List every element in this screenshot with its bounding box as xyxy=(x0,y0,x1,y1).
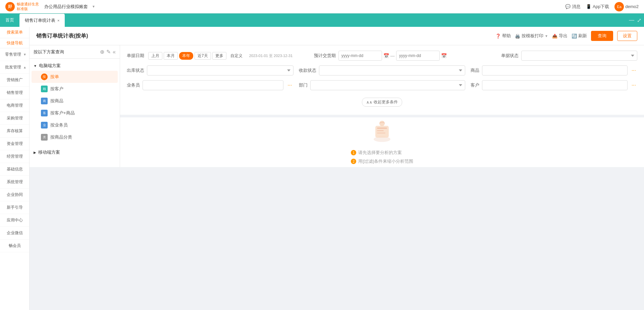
sidebar-quick-nav[interactable]: 快捷导航 xyxy=(0,38,29,48)
this-year-button[interactable]: 本年 xyxy=(179,52,193,60)
app-download-button[interactable]: 📱 App下载 xyxy=(586,4,609,10)
scheme-item-by-category[interactable]: 类 按商品分类 xyxy=(32,131,118,143)
tab-close-icon[interactable]: × xyxy=(57,18,59,22)
print-button[interactable]: 🖨️ 按模板打印 ▼ xyxy=(515,33,548,39)
sidebar-item-inventory[interactable]: 库存核算 xyxy=(0,125,29,138)
filter-item-customer: 客户 ··· xyxy=(471,80,637,90)
custom-date-button[interactable]: 自定义 xyxy=(228,52,245,59)
empty-illustration xyxy=(369,117,395,144)
sidebar-item-sales[interactable]: 销售管理 xyxy=(0,87,29,99)
scheme-group-mobile-title[interactable]: ▶ 移动端方案 xyxy=(30,147,120,157)
customer-label: 客户 xyxy=(471,82,479,88)
sidebar-item-operations[interactable]: 经营管理 xyxy=(0,150,29,163)
calendar-start-icon[interactable]: 📅 xyxy=(383,53,389,58)
app-title-dropdown-icon[interactable]: ▼ xyxy=(92,5,95,8)
department-select[interactable] xyxy=(310,80,466,90)
sidebar-item-system[interactable]: 系统管理 xyxy=(0,176,29,189)
sidebar-item-marketing[interactable]: 营销推广 xyxy=(0,74,29,87)
sidebar-item-vip[interactable]: 畅会员 xyxy=(0,240,29,252)
filter-item-expected-delivery: 预计交货期 📅 — 📅 xyxy=(314,51,496,61)
tab-sales-stat[interactable]: 销售订单统计表 × xyxy=(19,14,65,27)
empty-state: 1 请先选择要分析的方案 2 用[过滤]条件来缩小分析范围 xyxy=(120,117,644,167)
export-button[interactable]: 📤 导出 xyxy=(552,33,568,39)
query-button[interactable]: 查询 xyxy=(591,31,613,41)
help-icon: ❓ xyxy=(495,34,501,39)
sidebar-item-ecommerce[interactable]: 电商管理 xyxy=(0,99,29,112)
doc-status-label: 单据状态 xyxy=(501,53,519,59)
right-content: 单据日期 上月 本月 本年 近7天 更多 自定义 2023-01-01 至 20… xyxy=(120,45,644,167)
tab-bar: 首页 销售订单统计表 × — ⤢ xyxy=(0,13,644,27)
ship-status-select[interactable] xyxy=(147,65,293,75)
tip-num-1: 1 xyxy=(351,150,356,155)
tab-maximize-button[interactable]: ⤢ xyxy=(637,17,641,23)
department-label: 部门 xyxy=(299,82,308,88)
customer-more-icon[interactable]: ··· xyxy=(630,82,637,88)
help-button[interactable]: ❓ 帮助 xyxy=(495,33,511,39)
sidebar-item-enterprise[interactable]: 企业协同 xyxy=(0,189,29,201)
expected-delivery-end[interactable] xyxy=(396,51,440,61)
logo-area: 好 畅捷通好生意 标准版 xyxy=(5,2,39,11)
add-scheme-icon[interactable]: ⊕ xyxy=(100,49,104,55)
salesperson-input[interactable] xyxy=(143,80,283,90)
refresh-icon: 🔄 xyxy=(572,34,577,39)
filter-row-people: 业务员 ··· 部门 客户 · xyxy=(127,80,637,90)
salesperson-label: 业务员 xyxy=(127,82,140,88)
goods-more-icon[interactable]: ··· xyxy=(630,67,637,73)
chevron-right-icon: ▶ xyxy=(34,151,36,154)
scheme-group-pc: ▼ 电脑端方案 按 按单 顾 按客户 商 xyxy=(30,59,120,145)
filter-item-doc-status: 单据状态 xyxy=(501,51,637,61)
sidebar-item-retail[interactable]: 零售管理 ▼ xyxy=(0,48,29,61)
refresh-button[interactable]: 🔄 刷新 xyxy=(572,33,587,39)
more-dates-button[interactable]: 更多 xyxy=(212,52,226,60)
scheme-item-by-customer[interactable]: 顾 按客户 xyxy=(32,83,118,95)
edit-scheme-icon[interactable]: ✎ xyxy=(106,49,111,55)
this-month-button[interactable]: 本月 xyxy=(164,52,178,60)
expected-delivery-start[interactable] xyxy=(338,51,382,61)
sidebar-search[interactable]: 搜索菜单 xyxy=(0,27,29,38)
payment-status-label: 收款状态 xyxy=(299,67,316,73)
chevron-down-icon: ▼ xyxy=(23,53,26,56)
scheme-icon-customer: 顾 xyxy=(41,86,48,92)
print-icon: 🖨️ xyxy=(515,34,520,39)
svg-point-5 xyxy=(379,121,385,126)
sidebar-item-purchase[interactable]: 采购管理 xyxy=(0,112,29,125)
sidebar-item-appstore[interactable]: 应用中心 xyxy=(0,214,29,227)
last-7days-button[interactable]: 近7天 xyxy=(195,52,211,60)
scheme-item-by-salesperson[interactable]: 业 按业务员 xyxy=(32,119,118,131)
sidebar-item-newbie[interactable]: 新手引导 xyxy=(0,201,29,214)
top-bar-left: 好 畅捷通好生意 标准版 办公用品行业模拟账套 ▼ xyxy=(5,2,95,11)
user-avatar-button[interactable]: Ea demo2 xyxy=(614,2,639,11)
svg-rect-3 xyxy=(377,130,384,131)
settings-button[interactable]: 设置 xyxy=(617,31,637,41)
salesperson-more-icon[interactable]: ··· xyxy=(286,82,293,88)
sidebar-item-finance[interactable]: 资金管理 xyxy=(0,138,29,150)
collapse-scheme-icon[interactable]: « xyxy=(113,49,116,55)
collapse-button[interactable]: ∧∧ 收起更多条件 xyxy=(362,98,402,107)
scheme-item-by-product[interactable]: 商 按商品 xyxy=(32,95,118,107)
avatar: Ea xyxy=(614,2,624,11)
goods-input[interactable] xyxy=(482,65,627,75)
scheme-item-by-cust-prod[interactable]: 客 按客户+商品 xyxy=(32,107,118,119)
filter-item-payment-status: 收款状态 xyxy=(299,65,466,75)
scheme-panel: 按以下方案查询 ⊕ ✎ « ▼ 电脑端方案 按 按单 xyxy=(30,45,120,167)
last-month-button[interactable]: 上月 xyxy=(148,52,162,60)
doc-status-select[interactable] xyxy=(521,51,637,61)
tab-home[interactable]: 首页 xyxy=(0,13,19,27)
scheme-group-pc-title[interactable]: ▼ 电脑端方案 xyxy=(30,61,120,71)
filter-row-date: 单据日期 上月 本月 本年 近7天 更多 自定义 2023-01-01 至 20… xyxy=(127,51,637,61)
empty-tip-1: 1 请先选择要分析的方案 xyxy=(351,150,413,156)
payment-status-select[interactable] xyxy=(319,65,466,75)
content-area: 销售订单统计表(按单) ❓ 帮助 🖨️ 按模板打印 ▼ 📤 导出 🔄 刷新 xyxy=(30,27,644,310)
filter-panel: 单据日期 上月 本月 本年 近7天 更多 自定义 2023-01-01 至 20… xyxy=(120,45,644,115)
sidebar-item-wechat[interactable]: 企业微信 xyxy=(0,227,29,240)
customer-input[interactable] xyxy=(482,80,627,90)
tab-minimize-button[interactable]: — xyxy=(629,17,634,23)
message-button[interactable]: 💬 消息 xyxy=(565,4,581,10)
collapse-row: ∧∧ 收起更多条件 xyxy=(127,95,637,109)
ship-status-label: 出库状态 xyxy=(127,67,144,73)
sidebar-item-wholesale[interactable]: 批发管理 ▲ xyxy=(0,61,29,74)
calendar-end-icon[interactable]: 📅 xyxy=(441,53,447,58)
svg-rect-2 xyxy=(377,127,387,129)
sidebar-item-basic[interactable]: 基础信息 xyxy=(0,163,29,176)
scheme-item-by-order[interactable]: 按 按单 xyxy=(32,71,118,83)
